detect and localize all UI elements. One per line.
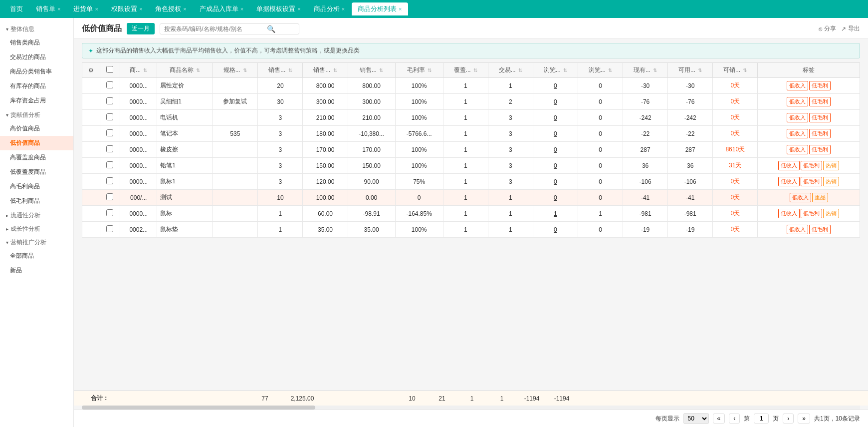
nav-template[interactable]: 单据模板设置 × — [250, 2, 306, 15]
search-icon[interactable]: 🔍 — [267, 25, 275, 33]
table-row: 0000... 吴细细1 参加复试 30 300.00 300.00 100% … — [82, 94, 860, 110]
nav-permission-close[interactable]: × — [139, 6, 142, 12]
row-select-checkbox[interactable] — [106, 161, 113, 168]
col-amount[interactable]: 销售... ⇅ — [348, 63, 395, 78]
row-select-checkbox[interactable] — [106, 225, 113, 232]
nav-analysis-close[interactable]: × — [342, 6, 345, 12]
tag: 低收入 — [787, 225, 808, 234]
col-trades[interactable]: 交易... ⇅ — [488, 63, 533, 78]
export-button[interactable]: ↗ 导出 — [841, 24, 860, 33]
row-price: 120.00 — [303, 174, 348, 190]
select-all-checkbox[interactable] — [106, 66, 113, 73]
sidebar-item-category-sales[interactable]: 商品分类销售率 — [0, 64, 73, 79]
page-input[interactable] — [754, 414, 769, 424]
nav-analysis-list[interactable]: 商品分析列表 × — [352, 2, 408, 15]
sidebar-item-low-coverage[interactable]: 低覆盖度商品 — [0, 165, 73, 179]
footer-coverage: 10 — [397, 395, 427, 402]
sidebar-item-new-products[interactable]: 新品 — [0, 263, 73, 278]
sidebar-group-overview[interactable]: ▾ 整体信息 — [0, 22, 73, 35]
views1-link[interactable]: 0 — [554, 82, 557, 89]
row-spec — [213, 110, 258, 126]
nav-template-close[interactable]: × — [297, 6, 300, 12]
views1-link[interactable]: 0 — [554, 178, 557, 185]
next-page-button[interactable]: › — [783, 414, 794, 424]
sidebar-item-all-products[interactable]: 全部商品 — [0, 249, 73, 263]
prev-page-button[interactable]: ‹ — [729, 414, 740, 424]
sidebar-item-sales-products[interactable]: 销售类商品 — [0, 35, 73, 50]
row-select-checkbox[interactable] — [106, 145, 113, 152]
views1-link[interactable]: 0 — [554, 98, 557, 105]
col-avail[interactable]: 可用... ⇅ — [668, 63, 713, 78]
sidebar-item-low-value[interactable]: 低价值商品 — [0, 136, 73, 150]
nav-role-close[interactable]: × — [183, 6, 186, 12]
sidebar-item-traded-products[interactable]: 交易过的商品 — [0, 50, 73, 64]
row-select-checkbox[interactable] — [106, 97, 113, 104]
row-select-checkbox[interactable] — [106, 177, 113, 184]
first-page-button[interactable]: « — [713, 414, 725, 424]
col-qty[interactable]: 销售... ⇅ — [258, 63, 303, 78]
views1-link[interactable]: 0 — [554, 162, 557, 169]
col-tags[interactable]: 标签 — [758, 63, 860, 78]
nav-purchase[interactable]: 进货单 × — [67, 2, 104, 15]
views1-link[interactable]: 0 — [554, 114, 557, 121]
sidebar-item-low-margin[interactable]: 低毛利商品 — [0, 194, 73, 208]
last-page-button[interactable]: » — [798, 414, 810, 424]
row-select-checkbox[interactable] — [106, 113, 113, 120]
row-select-checkbox[interactable] — [106, 193, 113, 200]
sidebar-group-contribution[interactable]: ▾ 贡献值分析 — [0, 108, 73, 121]
nav-role[interactable]: 角色授权 × — [149, 2, 192, 15]
sidebar-item-stock-products[interactable]: 有库存的商品 — [0, 79, 73, 93]
col-stock[interactable]: 现有... ⇅ — [623, 63, 668, 78]
row-avail: -41 — [668, 190, 713, 206]
sidebar-item-high-value[interactable]: 高价值商品 — [0, 121, 73, 136]
col-spec[interactable]: 规格... ⇅ — [213, 63, 258, 78]
nav-analysis-list-close[interactable]: × — [399, 6, 402, 12]
tag: 热销 — [823, 177, 839, 186]
tag: 低毛利 — [801, 161, 822, 170]
col-saleable[interactable]: 可销... ⇅ — [713, 63, 758, 78]
row-select-checkbox[interactable] — [106, 81, 113, 88]
tag: 低收入 — [787, 113, 808, 122]
sidebar-item-stock-capital[interactable]: 库存资金占用 — [0, 93, 73, 108]
nav-production[interactable]: 产成品入库单 × — [194, 2, 249, 15]
row-trades: 3 — [488, 142, 533, 158]
nav-analysis[interactable]: 商品分析 × — [308, 2, 351, 15]
nav-permission[interactable]: 权限设置 × — [105, 2, 148, 15]
views1-link[interactable]: 0 — [554, 146, 557, 153]
col-name[interactable]: 商品名称 ⇅ — [157, 63, 213, 78]
sidebar-group-liquidity[interactable]: ▸ 流通性分析 — [0, 208, 73, 222]
col-settings[interactable]: ⚙ — [82, 63, 100, 78]
row-views1: 0 — [533, 174, 578, 190]
nav-home[interactable]: 首页 — [4, 2, 29, 15]
col-code[interactable]: 商... ⇅ — [120, 63, 157, 78]
row-tags: 低收入低毛利 — [758, 78, 860, 94]
per-page-select[interactable]: 50 100 200 — [683, 413, 709, 424]
share-button[interactable]: ⎋ 分享 — [819, 24, 836, 33]
row-select-checkbox[interactable] — [106, 209, 113, 216]
row-views1: 0 — [533, 94, 578, 110]
nav-production-close[interactable]: × — [240, 6, 243, 12]
nav-sales-close[interactable]: × — [57, 6, 60, 12]
col-views1[interactable]: 浏览... ⇅ — [533, 63, 578, 78]
col-margin[interactable]: 毛利率 ⇅ — [395, 63, 443, 78]
row-spec — [213, 174, 258, 190]
views1-link[interactable]: 0 — [554, 194, 557, 201]
row-saleable: 0天 — [713, 78, 758, 94]
views1-link[interactable]: 0 — [554, 130, 557, 137]
col-views2[interactable]: 浏览... ⇅ — [578, 63, 623, 78]
col-coverage[interactable]: 覆盖... ⇅ — [443, 63, 488, 78]
period-button[interactable]: 近一月 — [127, 23, 155, 34]
views1-link[interactable]: 0 — [554, 226, 557, 233]
sidebar-item-high-coverage[interactable]: 高覆盖度商品 — [0, 150, 73, 165]
views1-link[interactable]: 1 — [554, 210, 557, 217]
row-checkbox — [100, 126, 120, 142]
tag: 低毛利 — [809, 129, 831, 138]
search-input[interactable] — [164, 25, 264, 32]
col-price[interactable]: 销售... ⇅ — [303, 63, 348, 78]
sidebar-group-growth[interactable]: ▸ 成长性分析 — [0, 222, 73, 235]
nav-purchase-close[interactable]: × — [95, 6, 98, 12]
sidebar-item-high-margin[interactable]: 高毛利商品 — [0, 179, 73, 194]
row-select-checkbox[interactable] — [106, 129, 113, 136]
nav-sales[interactable]: 销售单 × — [30, 2, 66, 15]
sidebar-group-marketing[interactable]: ▾ 营销推广分析 — [0, 235, 73, 249]
